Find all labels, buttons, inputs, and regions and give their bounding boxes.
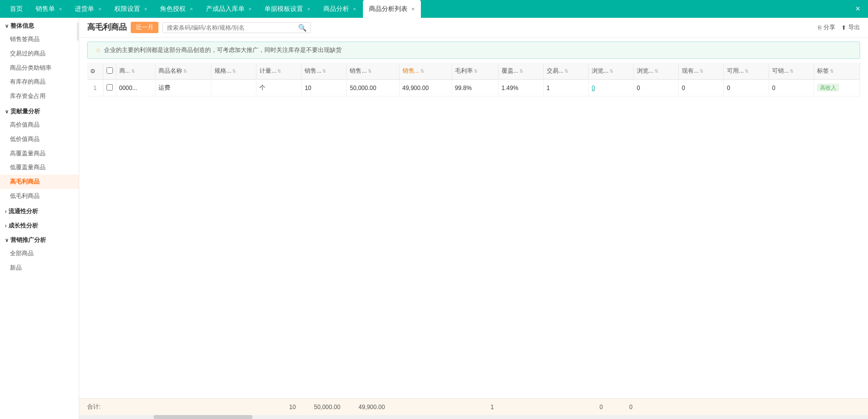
close-icon[interactable]: ×	[59, 6, 62, 12]
sidebar-group-growth[interactable]: › 成长性分析	[0, 218, 79, 232]
close-icon[interactable]: ×	[353, 6, 356, 12]
current-stock-col-header[interactable]: 现有...⇅	[679, 63, 724, 80]
sort-icon: ⇅	[322, 69, 326, 74]
row-sales-qty: 10	[302, 80, 347, 96]
unit-col-header[interactable]: 计量...⇅	[256, 63, 302, 80]
row-saleable-stock: 0	[769, 80, 814, 96]
sidebar-item-category-assist[interactable]: 商品分类助销率	[0, 61, 79, 75]
content-area: 高毛利商品 近一月 🔍 ⎘ 分享 ⬆ 导出 ☆ 企业的主要的利润都是这部分商品创…	[79, 18, 868, 419]
sidebar-item-low-coverage[interactable]: 低覆盖量商品	[0, 160, 79, 175]
code-col-header[interactable]: 商...⇅	[116, 63, 155, 80]
nav-product-inbound[interactable]: 产成品入库单 ×	[200, 0, 257, 18]
nav-role-auth[interactable]: 角色授权 ×	[154, 0, 199, 18]
coverage-col-header[interactable]: 覆盖...⇅	[498, 63, 543, 80]
sidebar-item-new-products[interactable]: 新品	[0, 261, 79, 275]
page-title: 高毛利商品	[87, 22, 127, 33]
sidebar-item-high-value[interactable]: 高价值商品	[0, 118, 79, 132]
spec-col-header[interactable]: 规格...⇅	[211, 63, 256, 80]
horizontal-scrollbar[interactable]	[79, 415, 868, 419]
browse1-col-header[interactable]: 浏览...⇅	[588, 63, 633, 80]
close-icon[interactable]: ×	[249, 6, 252, 12]
footer-sales-profit: 49,900.00	[343, 404, 388, 411]
row-trade: 1	[543, 80, 588, 96]
footer-sales-qty: 10	[269, 404, 299, 411]
footer-label: 合计:	[87, 403, 101, 411]
close-icon[interactable]: ×	[307, 6, 310, 12]
nav-purchase-order[interactable]: 进货单 ×	[69, 0, 107, 18]
sort-icon: ⇅	[474, 69, 478, 74]
chevron-down-icon: ∨	[5, 23, 8, 29]
sales-profit-col-header[interactable]: 销售...⇅	[399, 63, 452, 80]
search-icon[interactable]: 🔍	[298, 24, 306, 32]
sort-icon: ⇅	[790, 69, 794, 74]
sidebar-item-stock-capital[interactable]: 库存资金占用	[0, 89, 79, 103]
sort-icon: ⇅	[610, 69, 613, 74]
sidebar-item-low-value[interactable]: 低价值商品	[0, 132, 79, 146]
nav-sales-order[interactable]: 销售单 ×	[30, 0, 68, 18]
sidebar-item-all-products[interactable]: 全部商品	[0, 246, 79, 261]
nav-product-analysis-list[interactable]: 商品分析列表 ×	[363, 0, 420, 18]
sidebar-collapse-button[interactable]: «	[77, 23, 79, 41]
sidebar-item-high-margin[interactable]: 高毛利商品	[0, 175, 79, 189]
info-icon: ☆	[96, 47, 101, 54]
browse2-col-header[interactable]: 浏览...⇅	[633, 63, 678, 80]
row-name: 运费	[155, 80, 211, 96]
sidebar-group-contribution[interactable]: ∨ 贡献量分析	[0, 103, 79, 118]
nav-home[interactable]: 首页	[4, 0, 29, 18]
share-button[interactable]: ⎘ 分享	[818, 23, 835, 32]
row-checkbox[interactable]	[103, 80, 116, 96]
trade-col-header[interactable]: 交易...⇅	[543, 63, 588, 80]
top-navigation: 首页 销售单 × 进货单 × 权限设置 × 角色授权 × 产成品入库单 × 单据…	[0, 0, 868, 18]
available-stock-col-header[interactable]: 可用...⇅	[724, 63, 769, 80]
close-icon[interactable]: ×	[411, 6, 414, 12]
sidebar-item-sales-signed[interactable]: 销售签商品	[0, 32, 79, 47]
sales-amount-col-header[interactable]: 销售...⇅	[347, 63, 399, 80]
close-icon[interactable]: ×	[190, 6, 193, 12]
sidebar-item-in-stock[interactable]: 有库存的商品	[0, 75, 79, 89]
gross-margin-col-header[interactable]: 毛利率⇅	[452, 63, 498, 80]
table-row: 1 0000... 运费 个 10 50,000.00 49,900.00 99…	[87, 80, 860, 96]
sort-icon: ⇅	[420, 69, 424, 74]
scrollbar-thumb[interactable]	[153, 415, 253, 419]
row-select-checkbox[interactable]	[106, 84, 113, 91]
footer-available-stock: 0	[606, 404, 635, 411]
sort-icon: ⇅	[700, 69, 704, 74]
row-number: 1	[87, 80, 103, 96]
row-tag: 高收入	[814, 80, 860, 96]
close-icon[interactable]: ×	[144, 6, 147, 12]
search-input[interactable]	[167, 24, 296, 31]
nav-product-analysis[interactable]: 商品分析 ×	[317, 0, 362, 18]
sidebar-group-overview[interactable]: ∨ 整体信息	[0, 18, 79, 32]
sort-icon: ⇅	[519, 69, 523, 74]
sidebar-group-marketing[interactable]: ∨ 营销推广分析	[0, 232, 79, 246]
export-button[interactable]: ⬆ 导出	[841, 23, 860, 32]
sidebar-item-traded[interactable]: 交易过的商品	[0, 47, 79, 61]
sort-icon: ⇅	[655, 69, 659, 74]
name-col-header[interactable]: 商品名称⇅	[155, 63, 211, 80]
nav-permissions[interactable]: 权限设置 ×	[108, 0, 153, 18]
row-browse2: 0	[633, 80, 678, 96]
sidebar-group-liquidity[interactable]: › 流通性分析	[0, 203, 79, 218]
share-icon: ⎘	[818, 24, 821, 31]
table-header-row: ⚙ 商...⇅ 商品名称⇅ 规格...⇅ 计量...⇅ 销售...⇅ 销售...…	[87, 63, 860, 80]
export-icon: ⬆	[841, 24, 846, 31]
select-all-checkbox[interactable]	[106, 67, 113, 74]
table-wrapper[interactable]: ⚙ 商...⇅ 商品名称⇅ 规格...⇅ 计量...⇅ 销售...⇅ 销售...…	[79, 63, 868, 398]
settings-col-header[interactable]: ⚙	[87, 63, 103, 80]
period-button[interactable]: 近一月	[131, 22, 158, 33]
footer-sales-amount: 50,000.00	[299, 404, 343, 411]
close-all-button[interactable]: ×	[852, 4, 864, 13]
tag-col-header[interactable]: 标签⇅	[814, 63, 860, 80]
sidebar-item-high-coverage[interactable]: 高覆盖量商品	[0, 146, 79, 161]
nav-template-settings[interactable]: 单据模板设置 ×	[258, 0, 316, 18]
sort-icon: ⇅	[368, 69, 372, 74]
info-banner: ☆ 企业的主要的利润都是这部分商品创造的，可考虑加大推广，同时关注库存是不要出现…	[87, 42, 860, 59]
sidebar-item-low-margin[interactable]: 低毛利商品	[0, 189, 79, 203]
saleable-stock-col-header[interactable]: 可销...⇅	[769, 63, 814, 80]
product-table: ⚙ 商...⇅ 商品名称⇅ 规格...⇅ 计量...⇅ 销售...⇅ 销售...…	[87, 63, 860, 96]
chevron-down-icon: ∨	[5, 109, 8, 114]
close-icon[interactable]: ×	[98, 6, 101, 12]
checkbox-col-header[interactable]	[103, 63, 116, 80]
row-browse1[interactable]: 0	[588, 80, 633, 96]
sales-qty-col-header[interactable]: 销售...⇅	[302, 63, 347, 80]
